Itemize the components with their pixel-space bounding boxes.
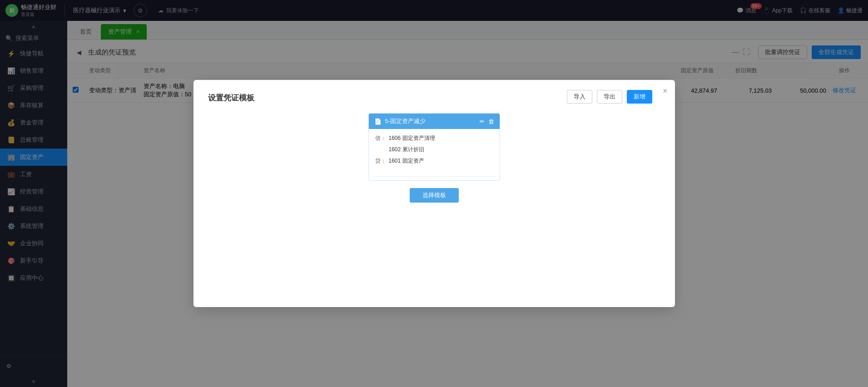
template-body: 借： 1606 固定资产清理 1602 累计折旧 贷： [369, 129, 500, 180]
template-entry-3: 贷： 1601 固定资产 [372, 155, 496, 167]
amount-col6 [466, 157, 493, 165]
modal-actions: 导入 导出 新增 [567, 90, 652, 104]
amount-col2 [466, 134, 493, 142]
modal-body: 📄 5-固定资产减少 ✏ 🗑 借： 1606 固定资产清理 [208, 113, 660, 293]
template-list: 📄 5-固定资产减少 ✏ 🗑 借： 1606 固定资产清理 [208, 113, 660, 293]
export-button[interactable]: 导出 [597, 90, 622, 104]
account-1602: 1602 累计折旧 [389, 146, 439, 154]
modal-close-button[interactable]: × [663, 86, 668, 96]
amount-col1 [439, 134, 466, 142]
new-template-button[interactable]: 新增 [627, 90, 652, 104]
template-entry-1: 借： 1606 固定资产清理 [372, 133, 496, 144]
amount-col5 [439, 157, 466, 165]
modal-overlay[interactable]: × 设置凭证模板 导入 导出 新增 📄 5-固定资产减少 ✏ 🗑 [0, 0, 868, 387]
template-card-header: 📄 5-固定资产减少 ✏ 🗑 [369, 114, 500, 129]
debit-label: 借： [375, 134, 389, 142]
account-1606: 1606 固定资产清理 [389, 134, 439, 142]
voucher-template-modal: × 设置凭证模板 导入 导出 新增 📄 5-固定资产减少 ✏ 🗑 [193, 80, 675, 307]
template-empty-row-1 [372, 167, 496, 177]
template-doc-icon: 📄 [374, 118, 382, 125]
template-entry-2: 1602 累计折旧 [372, 144, 496, 155]
delete-icon[interactable]: 🗑 [488, 118, 494, 125]
amount-col3 [439, 146, 466, 154]
account-1601: 1601 固定资产 [389, 157, 439, 165]
edit-icon[interactable]: ✏ [480, 118, 485, 125]
card-actions: ✏ 🗑 [480, 118, 494, 125]
import-button[interactable]: 导入 [567, 90, 592, 104]
credit-label: 贷： [375, 157, 389, 165]
amount-col4 [466, 146, 493, 154]
select-template-button[interactable]: 选择模板 [410, 188, 459, 203]
template-card-1[interactable]: 📄 5-固定资产减少 ✏ 🗑 借： 1606 固定资产清理 [368, 113, 500, 181]
template-name: 5-固定资产减少 [385, 117, 426, 125]
blank-label [375, 146, 389, 154]
